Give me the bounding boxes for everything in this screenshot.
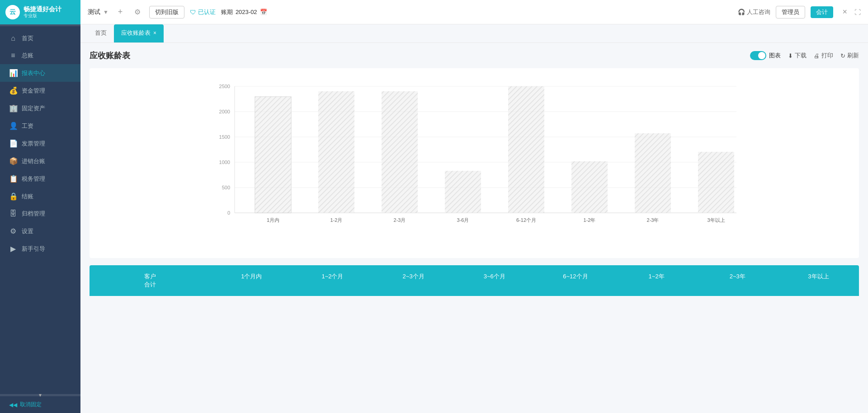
print-btn[interactable]: 🖨 打印 bbox=[814, 52, 833, 60]
sidebar-item-archive[interactable]: 🗄 归档管理 bbox=[0, 205, 80, 222]
logo-icon: 云 bbox=[5, 5, 20, 19]
sidebar-item-closing-label: 结账 bbox=[22, 192, 33, 201]
add-button[interactable]: + bbox=[114, 6, 127, 19]
wages-icon: 👤 bbox=[9, 122, 17, 130]
svg-text:6-12个月: 6-12个月 bbox=[516, 217, 536, 223]
certified-icon: 🛡 bbox=[190, 9, 196, 16]
svg-text:1500: 1500 bbox=[219, 134, 230, 140]
main-area: 测试 ▼ + ⚙ 切到旧版 🛡 已认证 账期 2023-02 📅 🎧 人工咨询 … bbox=[80, 0, 868, 413]
svg-text:2-3月: 2-3月 bbox=[394, 217, 406, 223]
svg-text:1月内: 1月内 bbox=[267, 217, 279, 223]
svg-rect-17 bbox=[382, 91, 418, 213]
sidebar-logo: 云 畅捷通好会计 专业版 bbox=[0, 0, 80, 24]
consulting-label: 人工咨询 bbox=[747, 8, 770, 16]
ledger-icon: ≡ bbox=[9, 52, 17, 60]
col-1-2month: 1~2个月 bbox=[292, 272, 373, 281]
col-6-12month: 6~12个月 bbox=[535, 272, 616, 281]
report-icon: 📊 bbox=[9, 69, 17, 77]
svg-rect-16 bbox=[318, 91, 354, 213]
sidebar-item-archive-label: 归档管理 bbox=[22, 210, 45, 218]
sidebar-item-tax[interactable]: 📋 税务管理 bbox=[0, 170, 80, 188]
print-label: 打印 bbox=[821, 52, 833, 60]
col-3-6month: 3~6个月 bbox=[454, 272, 535, 281]
sidebar-item-invoice[interactable]: 📄 发票管理 bbox=[0, 135, 80, 152]
svg-text:500: 500 bbox=[222, 185, 230, 190]
window-expand-btn[interactable]: ⛶ bbox=[854, 9, 861, 16]
consulting-icon: 🎧 bbox=[738, 9, 745, 15]
period-display: 账期 2023-02 📅 bbox=[221, 8, 267, 16]
guide-icon: ▶ bbox=[9, 244, 17, 253]
switch-old-btn[interactable]: 切到旧版 bbox=[149, 6, 184, 19]
cancel-fixed-icon: ◀◀ bbox=[9, 402, 17, 408]
app-name: 畅捷通好会计 bbox=[24, 5, 61, 13]
assets-icon: 🏢 bbox=[9, 104, 17, 113]
chart-container: 0 500 1000 1500 2000 2500 bbox=[90, 68, 859, 258]
col-1month: 1个月内 bbox=[211, 272, 292, 281]
svg-rect-15 bbox=[255, 97, 291, 213]
workspace-chevron-icon[interactable]: ▼ bbox=[103, 9, 108, 15]
period-text-label: 账期 bbox=[221, 8, 233, 16]
sidebar-item-stock[interactable]: 📦 进销台账 bbox=[0, 152, 80, 170]
archive-icon: 🗄 bbox=[9, 210, 17, 218]
sidebar-item-stock-label: 进销台账 bbox=[22, 157, 45, 165]
sidebar-item-home[interactable]: ⌂ 首页 bbox=[0, 30, 80, 47]
sidebar-nav: ⌂ 首页 ≡ 总账 📊 报表中心 💰 资金管理 🏢 固定资产 👤 工资 📄 发票… bbox=[0, 26, 80, 394]
sidebar-item-ledger-label: 总账 bbox=[22, 52, 33, 60]
svg-rect-20 bbox=[571, 161, 608, 213]
sidebar-item-ledger[interactable]: ≡ 总账 bbox=[0, 47, 80, 64]
col-total: 合计 bbox=[90, 281, 211, 289]
tabs-bar: 首页 应收账龄表 × bbox=[80, 24, 868, 43]
sidebar-item-report[interactable]: 📊 报表中心 bbox=[0, 64, 80, 82]
chart-toggle[interactable] bbox=[750, 51, 766, 60]
sidebar-item-wages[interactable]: 👤 工资 bbox=[0, 117, 80, 135]
consulting-btn[interactable]: 🎧 人工咨询 bbox=[738, 8, 770, 16]
svg-text:1-2年: 1-2年 bbox=[584, 217, 596, 223]
col-2-3month: 2~3个月 bbox=[373, 272, 454, 281]
svg-rect-18 bbox=[445, 171, 481, 213]
svg-rect-19 bbox=[508, 86, 544, 213]
window-close-btn[interactable]: × bbox=[842, 7, 847, 17]
download-icon: ⬇ bbox=[788, 52, 793, 59]
sidebar-item-tax-label: 税务管理 bbox=[22, 175, 45, 183]
col-customer: 客户 bbox=[90, 272, 211, 281]
sidebar-item-invoice-label: 发票管理 bbox=[22, 140, 45, 148]
svg-text:2500: 2500 bbox=[219, 84, 230, 89]
refresh-btn[interactable]: ↻ 刷新 bbox=[840, 52, 859, 60]
tab-home[interactable]: 首页 bbox=[88, 24, 114, 42]
svg-text:0: 0 bbox=[227, 210, 230, 216]
sidebar-item-funds[interactable]: 💰 资金管理 bbox=[0, 82, 80, 99]
sidebar-cancel-fixed[interactable]: ◀◀ 取消固定 bbox=[0, 396, 80, 413]
svg-text:1000: 1000 bbox=[219, 160, 230, 165]
sidebar-item-report-label: 报表中心 bbox=[22, 69, 45, 77]
chart-toggle-label: 图表 bbox=[769, 52, 781, 60]
calendar-icon[interactable]: 📅 bbox=[260, 9, 267, 15]
svg-rect-22 bbox=[698, 152, 734, 213]
invoice-icon: 📄 bbox=[9, 139, 17, 148]
tab-ar-aging[interactable]: 应收账龄表 × bbox=[114, 24, 164, 42]
role-button[interactable]: 会计 bbox=[811, 6, 833, 18]
sidebar-item-guide[interactable]: ▶ 新手引导 bbox=[0, 240, 80, 258]
download-label: 下载 bbox=[795, 52, 807, 60]
table-header: 客户 1个月内 1~2个月 2~3个月 3~6个月 6~12个月 1~2年 2~… bbox=[90, 265, 859, 296]
sidebar-item-closing[interactable]: 🔒 结账 bbox=[0, 188, 80, 205]
sidebar-item-settings[interactable]: ⚙ 设置 bbox=[0, 222, 80, 240]
sidebar-item-assets[interactable]: 🏢 固定资产 bbox=[0, 99, 80, 117]
svg-text:1-2月: 1-2月 bbox=[330, 217, 343, 223]
tab-ar-aging-close-icon[interactable]: × bbox=[153, 30, 156, 36]
page-title: 应收账龄表 bbox=[90, 50, 130, 61]
sidebar-item-funds-label: 资金管理 bbox=[22, 87, 45, 95]
certified-status: 🛡 已认证 bbox=[190, 8, 216, 16]
page-actions: 图表 ⬇ 下载 🖨 打印 ↻ 刷新 bbox=[750, 51, 859, 60]
svg-text:3年以上: 3年以上 bbox=[707, 217, 725, 223]
col-3plus-year: 3年以上 bbox=[778, 272, 859, 281]
logo-text-block: 畅捷通好会计 专业版 bbox=[24, 5, 61, 19]
sidebar-item-home-label: 首页 bbox=[22, 34, 33, 42]
settings-button[interactable]: ⚙ bbox=[131, 6, 144, 19]
bar-chart: 0 500 1000 1500 2000 2500 bbox=[99, 77, 850, 240]
tab-ar-aging-label: 应收账龄表 bbox=[121, 29, 151, 37]
sidebar-item-guide-label: 新手引导 bbox=[22, 245, 45, 253]
app-version: 专业版 bbox=[24, 13, 37, 19]
download-btn[interactable]: ⬇ 下载 bbox=[788, 52, 807, 60]
col-2-3year: 2~3年 bbox=[697, 272, 778, 281]
user-button[interactable]: 管理员 bbox=[776, 6, 805, 19]
